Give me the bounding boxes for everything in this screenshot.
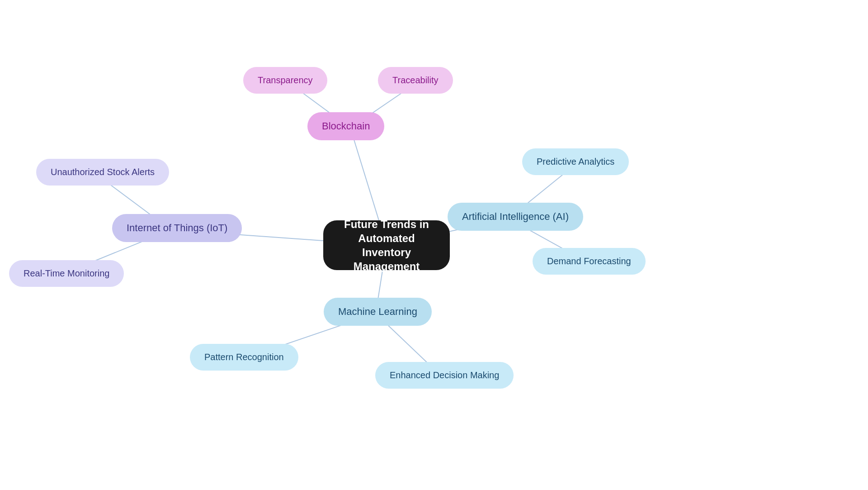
demand-node: Demand Forecasting (533, 248, 646, 275)
blockchain-node: Blockchain (307, 112, 384, 140)
enhanced-node: Enhanced Decision Making (375, 362, 514, 389)
unauthorized-node: Unauthorized Stock Alerts (36, 159, 169, 186)
realtime-node: Real-Time Monitoring (9, 260, 124, 287)
ml-node: Machine Learning (324, 298, 432, 326)
ai-node: Artificial Intelligence (AI) (448, 203, 583, 231)
iot-node: Internet of Things (IoT) (112, 214, 242, 242)
predictive-node: Predictive Analytics (522, 148, 629, 175)
center-node: Future Trends in Automated Inventory Man… (323, 220, 450, 270)
transparency-node: Transparency (243, 67, 327, 94)
traceability-node: Traceability (378, 67, 453, 94)
pattern-node: Pattern Recognition (190, 344, 298, 371)
